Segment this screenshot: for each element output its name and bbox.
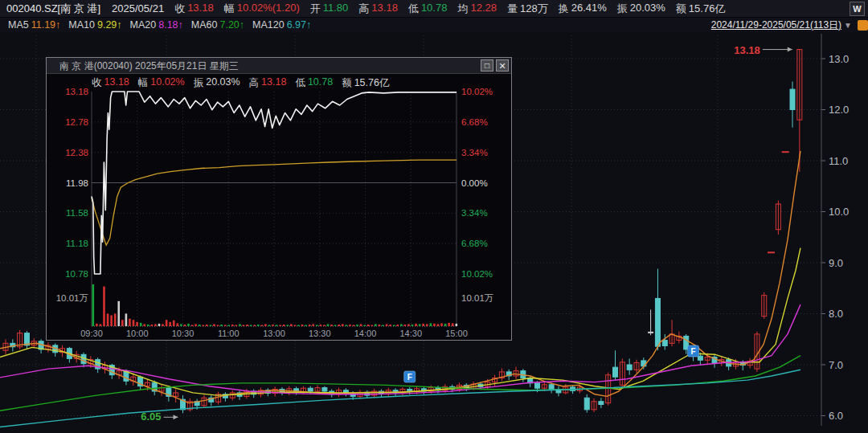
- quote-field-换: 换26.41%: [559, 2, 607, 16]
- intraday-time-tick: 11:00: [218, 329, 240, 338]
- intraday-pct-tick: 0.00%: [461, 178, 488, 188]
- intraday-popup-window: 南 京 港(002040) 2025年05月21日 星期三 □ ✕ 13.181…: [46, 57, 512, 341]
- quote-field-均: 均12.28: [457, 2, 497, 16]
- orange-tool-icon[interactable]: [858, 20, 868, 31]
- svg-text:F: F: [690, 347, 695, 356]
- intraday-pct-tick: 10.02%: [461, 87, 493, 96]
- main-y-tick: 12.0: [829, 104, 849, 116]
- intraday-field-额: 额15.76亿: [342, 76, 389, 90]
- date-range-selector[interactable]: 2024/11/29-2025/05/21(113日) ▼: [711, 18, 866, 32]
- intraday-time-tick: 14:00: [354, 329, 377, 338]
- ma-legend-ma60: MA607.20↑: [191, 19, 244, 31]
- intraday-pct-tick: 3.34%: [461, 148, 488, 157]
- intraday-pct-tick: 3.34%: [461, 208, 488, 218]
- main-y-tick: 6.0: [829, 410, 843, 422]
- intraday-time-tick: 15:00: [445, 329, 468, 338]
- intraday-time-tick: 10:00: [126, 329, 149, 338]
- intraday-pct-tick: 6.68%: [461, 117, 488, 127]
- main-y-tick: 10.0: [829, 206, 849, 218]
- high-price-marker: 13.18: [734, 44, 760, 56]
- main-y-tick: 11.0: [829, 155, 848, 167]
- ma-legend-ma10: MA109.29↑: [68, 19, 121, 31]
- quote-field-额: 额15.76亿: [676, 2, 726, 16]
- intraday-time-tick: 14:30: [399, 329, 422, 338]
- ma-line-ma60: [0, 356, 800, 411]
- intraday-chart: 13.1810.02%12.786.68%12.383.34%11.980.00…: [47, 58, 511, 340]
- event-badge-f[interactable]: F: [688, 345, 699, 357]
- intraday-pct-tick: 6.68%: [461, 239, 488, 248]
- intraday-pct-tick: 10.02%: [461, 269, 493, 279]
- quote-fields: 收13.18幅10.02%(1.20)开11.80高13.18低10.78均12…: [164, 2, 725, 16]
- quote-bar: 002040.SZ[南 京 港] 2025/05/21 收13.18幅10.02…: [0, 0, 868, 18]
- stock-terminal-window: 13.012.011.010.09.08.07.06.0FF13.186.05 …: [0, 0, 868, 433]
- quote-field-低: 低10.78: [408, 2, 448, 16]
- quote-field-幅: 幅10.02%(1.20): [224, 2, 300, 16]
- quote-field-振: 振20.03%: [617, 2, 665, 16]
- main-y-tick: 7.0: [829, 359, 843, 371]
- symbol-name[interactable]: 002040.SZ[南 京 港]: [6, 2, 100, 16]
- ma-legend-ma20: MA208.18↑: [130, 19, 183, 31]
- intraday-field-振: 振20.03%: [194, 76, 240, 90]
- quote-field-收: 收13.18: [174, 2, 214, 16]
- ma-legend-items: MA511.19↑MA109.29↑MA208.18↑MA607.20↑MA12…: [0, 19, 311, 31]
- svg-text:F: F: [407, 373, 412, 382]
- volume-scale-label: 10.01万: [56, 293, 88, 303]
- quote-field-高: 高13.18: [358, 2, 398, 16]
- intraday-price-tick: 12.78: [65, 117, 88, 127]
- intraday-price-tick: 11.58: [66, 208, 88, 218]
- intraday-time-tick: 13:30: [309, 329, 331, 338]
- intraday-volume-bars: [92, 284, 458, 326]
- intraday-price-tick: 11.98: [66, 178, 88, 188]
- intraday-field-幅: 幅10.02%: [138, 76, 185, 90]
- main-y-tick: 13.0: [829, 53, 849, 65]
- intraday-field-高: 高13.18: [249, 76, 287, 90]
- intraday-time-tick: 13:00: [263, 329, 285, 338]
- quote-date: 2025/05/21: [112, 2, 164, 14]
- event-badge-f[interactable]: F: [404, 371, 416, 382]
- intraday-price-tick: 13.18: [65, 87, 88, 96]
- main-y-tick: 9.0: [829, 257, 843, 269]
- quote-field-量: 量128万: [507, 2, 548, 16]
- quote-field-开: 开11.80: [310, 2, 349, 16]
- volume-scale-label: 10.01万: [461, 293, 493, 303]
- date-range-label[interactable]: 2024/11/29-2025/05/21(113日): [711, 18, 841, 32]
- intraday-time-tick: 09:30: [80, 329, 103, 338]
- wind-logo-icon: W: [850, 2, 865, 16]
- intraday-price-tick: 12.38: [65, 148, 88, 157]
- ma-legend-ma120: MA1206.97↑: [252, 19, 311, 31]
- intraday-time-tick: 10:30: [172, 329, 194, 338]
- intraday-price-tick: 11.18: [66, 239, 88, 248]
- ma-line-ma120: [0, 370, 800, 427]
- main-y-tick: 8.0: [829, 308, 843, 320]
- intraday-stats-row: 收13.18幅10.02%振20.03%高13.18低10.78额15.76亿: [92, 76, 398, 90]
- intraday-field-低: 低10.78: [295, 76, 333, 90]
- low-price-marker: 6.05: [141, 411, 161, 423]
- intraday-price-tick: 10.78: [65, 269, 88, 279]
- chevron-down-icon[interactable]: ▼: [844, 21, 852, 30]
- intraday-field-收: 收13.18: [92, 76, 129, 90]
- ma-legend-ma5: MA511.19↑: [8, 19, 60, 31]
